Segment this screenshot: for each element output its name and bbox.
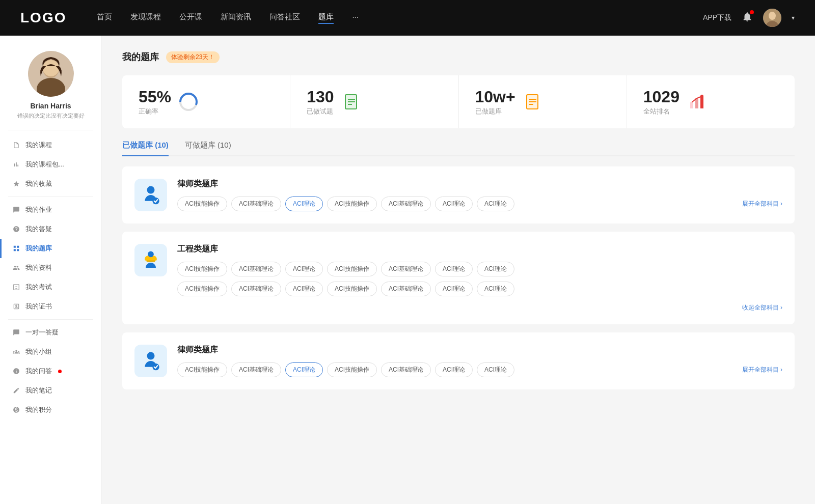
sidebar-item-label: 我的笔记 — [25, 386, 52, 395]
bank-tags-engineer-row2: ACI技能操作 ACI基础理论 ACI理论 ACI技能操作 ACI基础理论 AC… — [177, 282, 782, 296]
ltag-5[interactable]: ACI理论 — [435, 362, 473, 377]
sidebar-item-group[interactable]: 我的小组 — [0, 342, 101, 361]
ltag-0[interactable]: ACI技能操作 — [177, 362, 227, 377]
tag-0[interactable]: ACI技能操作 — [177, 197, 227, 211]
bank-tags-lawyer-1: ACI技能操作 ACI基础理论 ACI理论 ACI技能操作 ACI基础理论 AC… — [177, 197, 782, 211]
etag-2[interactable]: ACI理论 — [285, 262, 323, 276]
tag-2[interactable]: ACI理论 — [285, 197, 323, 211]
ltag-6[interactable]: ACI理论 — [477, 362, 514, 377]
sidebar-username: Brian Harris — [30, 102, 71, 110]
topnav-right: APP下载 ▾ — [703, 9, 795, 27]
main-content: 我的题库 体验剩余23天！ 55% 正确率 — [102, 36, 815, 504]
nav-qa[interactable]: 问答社区 — [269, 12, 300, 24]
notification-bell[interactable] — [742, 11, 753, 24]
tag-6[interactable]: ACI理论 — [477, 197, 514, 211]
tag-3[interactable]: ACI技能操作 — [327, 197, 377, 211]
app-download[interactable]: APP下载 — [703, 13, 731, 22]
etag2-0[interactable]: ACI技能操作 — [177, 282, 227, 296]
etag2-1[interactable]: ACI基础理论 — [231, 282, 281, 296]
sidebar-item-coursepack[interactable]: 我的课程包... — [0, 155, 101, 174]
sidebar-item-bank[interactable]: 我的题库 — [0, 239, 101, 258]
star-icon — [12, 180, 20, 188]
logo[interactable]: LOGO — [20, 10, 66, 26]
sidebar-menu: 我的课程 我的课程包... 我的收藏 我的作业 — [0, 130, 101, 425]
sidebar-item-collection[interactable]: 我的收藏 — [0, 174, 101, 193]
page-header: 我的题库 体验剩余23天！ — [122, 51, 795, 63]
etag2-4[interactable]: ACI基础理论 — [381, 282, 431, 296]
nav-bank[interactable]: 题库 — [318, 12, 334, 24]
sidebar-item-label: 我的小组 — [25, 347, 52, 356]
user-dropdown-arrow[interactable]: ▾ — [792, 14, 795, 21]
tag-5[interactable]: ACI理论 — [435, 197, 473, 211]
svg-point-1 — [769, 12, 776, 20]
page-title: 我的题库 — [122, 51, 159, 63]
bank-card-lawyer-2: 律师类题库 ACI技能操作 ACI基础理论 ACI理论 ACI技能操作 ACI基… — [122, 332, 795, 389]
etag2-5[interactable]: ACI理论 — [435, 282, 473, 296]
file-icon — [12, 283, 20, 291]
chart-red-icon — [688, 93, 706, 111]
ltag-4[interactable]: ACI基础理论 — [381, 362, 431, 377]
tag-1[interactable]: ACI基础理论 — [231, 197, 281, 211]
nav-opencourse[interactable]: 公开课 — [179, 12, 202, 24]
bank-info-engineer: 工程类题库 ACI技能操作 ACI基础理论 ACI理论 ACI技能操作 ACI基… — [177, 244, 782, 312]
grid-icon — [12, 244, 20, 253]
user-avatar[interactable] — [763, 9, 781, 27]
doc-icon — [12, 141, 20, 149]
svg-point-29 — [148, 251, 154, 258]
sidebar-item-cert[interactable]: 我的证书 — [0, 297, 101, 316]
collapse-tags-btn[interactable]: 收起全部科目 › — [742, 303, 782, 312]
ltag-3[interactable]: ACI技能操作 — [327, 362, 377, 377]
svg-rect-27 — [145, 259, 156, 261]
svg-rect-21 — [695, 98, 698, 108]
etag-6[interactable]: ACI理论 — [477, 262, 514, 276]
sidebar-item-homework[interactable]: 我的作业 — [0, 200, 101, 219]
etag-4[interactable]: ACI基础理论 — [381, 262, 431, 276]
bank-card-lawyer-1: 律师类题库 ACI技能操作 ACI基础理论 ACI理论 ACI技能操作 ACI基… — [122, 166, 795, 223]
tag-4[interactable]: ACI基础理论 — [381, 197, 431, 211]
svg-point-6 — [43, 60, 59, 76]
ltag-2[interactable]: ACI理论 — [285, 362, 323, 377]
sidebar-item-profile[interactable]: 我的资料 — [0, 258, 101, 277]
etag-0[interactable]: ACI技能操作 — [177, 262, 227, 276]
tab-done-banks[interactable]: 已做题库 (10) — [122, 141, 169, 156]
etag-1[interactable]: ACI基础理论 — [231, 262, 281, 276]
etag2-3[interactable]: ACI技能操作 — [327, 282, 377, 296]
sidebar-item-course[interactable]: 我的课程 — [0, 135, 101, 155]
nav-news[interactable]: 新闻资讯 — [221, 12, 251, 24]
divider — [8, 197, 93, 197]
sidebar-item-label: 我的题库 — [25, 244, 52, 253]
tab-available-banks[interactable]: 可做题库 (10) — [185, 141, 231, 155]
expand-tags-btn-1[interactable]: 展开全部科目 › — [742, 200, 782, 208]
svg-rect-20 — [690, 102, 693, 108]
sidebar-item-label: 我的证书 — [25, 302, 52, 311]
nav-more[interactable]: ··· — [352, 12, 359, 24]
nav-home[interactable]: 首页 — [97, 12, 112, 24]
stat-done-questions: 130 已做试题 — [290, 75, 458, 128]
topnav: LOGO 首页 发现课程 公开课 新闻资讯 问答社区 题库 ··· APP下载 … — [0, 0, 815, 36]
bank-info-lawyer-1: 律师类题库 ACI技能操作 ACI基础理论 ACI理论 ACI技能操作 ACI基… — [177, 179, 782, 211]
etag2-2[interactable]: ACI理论 — [285, 282, 323, 296]
pie-chart-icon — [179, 93, 198, 111]
sidebar-item-1on1[interactable]: 一对一答疑 — [0, 323, 101, 342]
etag-5[interactable]: ACI理论 — [435, 262, 473, 276]
sidebar-item-label: 我的答疑 — [25, 225, 52, 234]
etag-3[interactable]: ACI技能操作 — [327, 262, 377, 276]
bank-name-engineer: 工程类题库 — [177, 244, 782, 255]
sidebar-item-points[interactable]: 我的积分 — [0, 400, 101, 419]
lawyer-icon — [134, 179, 167, 211]
sidebar-avatar — [28, 51, 74, 97]
page-layout: Brian Harris 错误的决定比没有决定要好 我的课程 我的课程包... — [0, 36, 815, 504]
svg-point-30 — [147, 352, 155, 360]
sidebar-item-questions[interactable]: 我的问答 — [0, 361, 101, 381]
sidebar-item-qa[interactable]: 我的答疑 — [0, 219, 101, 239]
etag2-6[interactable]: ACI理论 — [477, 282, 514, 296]
bank-tags-lawyer-2: ACI技能操作 ACI基础理论 ACI理论 ACI技能操作 ACI基础理论 AC… — [177, 362, 782, 377]
sidebar-item-exam[interactable]: 我的考试 — [0, 277, 101, 297]
nav-discover[interactable]: 发现课程 — [130, 12, 161, 24]
nav-links: 首页 发现课程 公开课 新闻资讯 问答社区 题库 ··· — [97, 12, 703, 24]
stat-accuracy: 55% 正确率 — [122, 75, 290, 128]
sidebar-motto: 错误的决定比没有决定要好 — [17, 112, 85, 120]
expand-tags-btn-3[interactable]: 展开全部科目 › — [742, 366, 782, 374]
ltag-1[interactable]: ACI基础理论 — [231, 362, 281, 377]
sidebar-item-notes[interactable]: 我的笔记 — [0, 381, 101, 400]
